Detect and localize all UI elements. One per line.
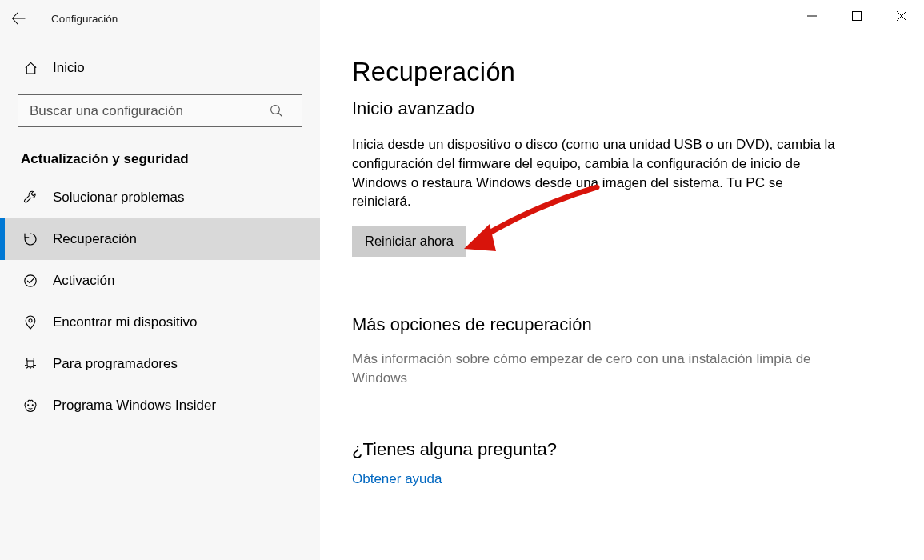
sidebar-item-label: Encontrar mi dispositivo: [53, 314, 197, 330]
advanced-startup-heading: Inicio avanzado: [352, 98, 892, 119]
activation-icon: [21, 273, 40, 289]
insider-icon: [21, 398, 40, 414]
sidebar-item-label: Solucionar problemas: [53, 190, 184, 206]
maximize-icon: [852, 11, 862, 21]
back-button[interactable]: [0, 0, 37, 37]
sidebar-item-label: Para programadores: [53, 356, 178, 372]
sidebar: Inicio Actualización y seguridad Solucio…: [0, 37, 320, 560]
close-button[interactable]: [879, 0, 924, 32]
find-device-icon: [21, 314, 40, 330]
more-options-body: Más información sobre cómo empezar de ce…: [352, 350, 840, 388]
search-wrap: [18, 94, 304, 127]
sidebar-item-troubleshoot[interactable]: Solucionar problemas: [18, 177, 304, 218]
sidebar-home[interactable]: Inicio: [18, 48, 304, 88]
svg-point-3: [29, 319, 32, 322]
more-options-heading: Más opciones de recuperación: [352, 314, 892, 335]
sidebar-item-label: Programa Windows Insider: [53, 398, 216, 414]
sidebar-home-label: Inicio: [53, 60, 85, 76]
sidebar-item-label: Recuperación: [53, 231, 137, 247]
titlebar: Configuración: [0, 0, 924, 37]
home-icon: [21, 61, 40, 76]
content-pane: Recuperación Inicio avanzado Inicia desd…: [320, 37, 924, 560]
page-title: Recuperación: [352, 58, 892, 87]
sidebar-item-recovery[interactable]: Recuperación: [0, 218, 320, 260]
restart-now-button[interactable]: Reiniciar ahora: [352, 226, 466, 257]
developers-icon: [21, 356, 40, 372]
sidebar-item-find-device[interactable]: Encontrar mi dispositivo: [18, 302, 304, 343]
minimize-button[interactable]: [790, 0, 834, 32]
get-help-link[interactable]: Obtener ayuda: [352, 471, 442, 487]
arrow-left-icon: [11, 11, 26, 26]
svg-point-4: [27, 404, 29, 406]
sidebar-item-label: Activación: [53, 273, 114, 289]
window-title: Configuración: [51, 13, 118, 25]
close-icon: [897, 11, 906, 21]
recovery-icon: [21, 231, 40, 247]
help-heading: ¿Tienes alguna pregunta?: [352, 439, 892, 460]
sidebar-item-developers[interactable]: Para programadores: [18, 343, 304, 385]
wrench-icon: [21, 190, 40, 206]
search-input[interactable]: [18, 94, 302, 127]
advanced-startup-body: Inicia desde un dispositivo o disco (com…: [352, 135, 840, 211]
sidebar-item-activation[interactable]: Activación: [18, 260, 304, 302]
search-icon: [270, 94, 283, 127]
svg-point-2: [25, 275, 36, 286]
minimize-icon: [807, 11, 817, 21]
sidebar-item-insider[interactable]: Programa Windows Insider: [18, 385, 304, 426]
window-controls: [790, 0, 924, 37]
sidebar-section-title: Actualización y seguridad: [21, 151, 304, 167]
maximize-button[interactable]: [834, 0, 879, 32]
svg-point-5: [32, 404, 34, 406]
svg-rect-0: [853, 12, 862, 21]
